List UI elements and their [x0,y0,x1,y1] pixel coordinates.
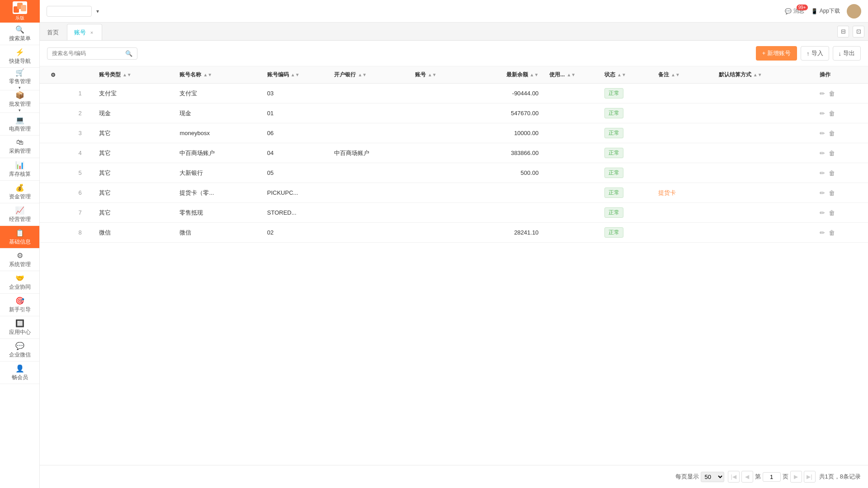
row-default-3 [713,143,814,163]
delete-icon-5[interactable]: 🗑 [829,189,835,197]
col-status-sort[interactable]: 状态 ▲▼ [604,71,626,79]
sidebar-item-5[interactable]: 🛍采购管理 [0,136,39,158]
tab-bar: 首页 账号 × ⊟ ⊡ [40,23,868,41]
col-code[interactable]: 账号编码 ▲▼ [262,66,329,84]
user-avatar[interactable] [847,4,861,19]
col-balance[interactable]: 最新余额 ▲▼ [470,66,544,84]
edit-icon-2[interactable]: ✏ [820,130,825,137]
col-type[interactable]: 账号类型 ▲▼ [94,66,174,84]
col-remark[interactable]: 备注 ▲▼ [653,66,713,84]
sidebar-label-9: 基础信息 [9,238,31,246]
sidebar-item-7[interactable]: 💰资金管理 [0,181,39,203]
col-code-sort[interactable]: 账号编码 ▲▼ [267,71,300,79]
app-logo[interactable]: 乐版 [0,0,40,23]
tab-minimize-button[interactable]: ⊟ [837,26,849,38]
col-account-sort[interactable]: 账号 ▲▼ [415,71,437,79]
delete-icon-2[interactable]: 🗑 [829,130,835,137]
topbar-dropdown[interactable]: ▾ [96,8,99,14]
app-download-button[interactable]: 📱 App下载 [811,7,840,15]
sidebar-icon-10: ⚙ [17,251,23,260]
row-status-1: 正常 [599,103,653,123]
row-default-0 [713,84,814,103]
col-status[interactable]: 状态 ▲▼ [599,66,653,84]
sidebar-item-14[interactable]: 💬企业微信 [0,339,39,361]
delete-icon-6[interactable]: 🗑 [829,209,835,216]
row-default-1 [713,103,814,123]
sidebar-item-0[interactable]: 🔍搜索菜单 [0,23,39,45]
add-account-button[interactable]: + 新增账号 [756,46,797,61]
col-usage-sort[interactable]: 使用... ▲▼ [549,71,576,79]
sidebar-item-1[interactable]: ⚡快捷导航 [0,45,39,68]
sidebar-item-9[interactable]: 📋基础信息 [0,226,39,249]
page-next-button[interactable]: ▶ [790,471,802,483]
col-account-label: 账号 [415,71,426,79]
table-row: 4 其它 中百商场账户 04 中百商场账户 383866.00 正常 ✏ 🗑 [40,143,868,163]
search-input[interactable] [52,50,125,56]
sidebar-label-13: 应用中心 [9,328,31,336]
edit-icon-4[interactable]: ✏ [820,169,825,177]
tab-account[interactable]: 账号 × [67,24,102,40]
sort-icon-default: ▲▼ [753,73,762,77]
page-last-button[interactable]: ▶| [804,471,816,483]
row-type-1: 现金 [94,103,174,123]
export-button[interactable]: ↓ 导出 [833,46,861,61]
row-balance-1: 547670.00 [470,103,544,123]
edit-icon-3[interactable]: ✏ [820,150,825,157]
col-default-sort[interactable]: 默认结算方式 ▲▼ [719,71,762,79]
sidebar-item-4[interactable]: 💻电商管理 [0,113,39,136]
page-first-button[interactable]: |◀ [728,471,740,483]
sidebar-item-13[interactable]: 🔲应用中心 [0,316,39,339]
row-num-1: 2 [66,103,93,123]
edit-icon-1[interactable]: ✏ [820,110,825,117]
delete-icon-0[interactable]: 🗑 [829,90,835,97]
edit-icon-7[interactable]: ✏ [820,229,825,236]
col-default-payment[interactable]: 默认结算方式 ▲▼ [713,66,814,84]
col-remark-sort[interactable]: 备注 ▲▼ [658,71,680,79]
row-type-7: 微信 [94,223,174,243]
page-size-dropdown[interactable]: 50 100 200 [701,472,724,482]
row-gear-5 [40,183,66,203]
col-usage[interactable]: 使用... ▲▼ [544,66,599,84]
sidebar-label-2: 零售管理 [9,78,31,85]
col-account[interactable]: 账号 ▲▼ [410,66,470,84]
tab-close-icon[interactable]: × [89,29,95,36]
col-settings[interactable]: ⚙ [40,66,66,84]
col-type-sort[interactable]: 账号类型 ▲▼ [99,71,132,79]
sidebar-item-3[interactable]: 📦批发管理 [0,90,39,113]
edit-icon-5[interactable]: ✏ [820,189,825,197]
topbar-right: 💬 消息 99+ 📱 App下载 [785,4,861,19]
row-code-2: 06 [262,123,329,143]
sidebar-item-11[interactable]: 🤝企业协同 [0,271,39,294]
sidebar-item-15[interactable]: 👤畅会员 [0,361,39,384]
edit-icon-0[interactable]: ✏ [820,90,825,97]
col-bank[interactable]: 开户银行 ▲▼ [329,66,409,84]
col-bank-sort[interactable]: 开户银行 ▲▼ [334,71,367,79]
delete-icon-4[interactable]: 🗑 [829,169,835,177]
sidebar-label-7: 资金管理 [9,193,31,201]
row-account-0 [410,84,470,103]
col-name-label: 账号名称 [179,71,201,79]
col-balance-sort[interactable]: 最新余额 ▲▼ [506,71,539,79]
message-button[interactable]: 💬 消息 99+ [785,7,804,15]
sidebar-item-12[interactable]: 🎯新手引导 [0,294,39,316]
col-name[interactable]: 账号名称 ▲▼ [174,66,261,84]
page-number-input[interactable] [763,472,781,482]
delete-icon-1[interactable]: 🗑 [829,110,835,117]
edit-icon-6[interactable]: ✏ [820,209,825,216]
tab-expand-button[interactable]: ⊡ [853,26,864,38]
sidebar-item-10[interactable]: ⚙系统管理 [0,249,39,271]
delete-icon-7[interactable]: 🗑 [829,229,835,236]
sort-icon-code: ▲▼ [291,73,300,77]
page-prev-button[interactable]: ◀ [741,471,753,483]
tab-home[interactable]: 首页 [40,24,66,40]
import-button[interactable]: ↑ 导入 [801,46,829,61]
col-name-sort[interactable]: 账号名称 ▲▼ [179,71,212,79]
row-type-6: 其它 [94,203,174,223]
row-balance-7: 28241.10 [470,223,544,243]
sidebar-item-2[interactable]: 🛒零售管理 [0,68,39,90]
row-num-5: 6 [66,183,93,203]
sidebar-item-8[interactable]: 📈经营管理 [0,203,39,226]
topbar-search-input[interactable] [47,6,92,17]
delete-icon-3[interactable]: 🗑 [829,150,835,157]
sidebar-item-6[interactable]: 📊库存核算 [0,158,39,181]
